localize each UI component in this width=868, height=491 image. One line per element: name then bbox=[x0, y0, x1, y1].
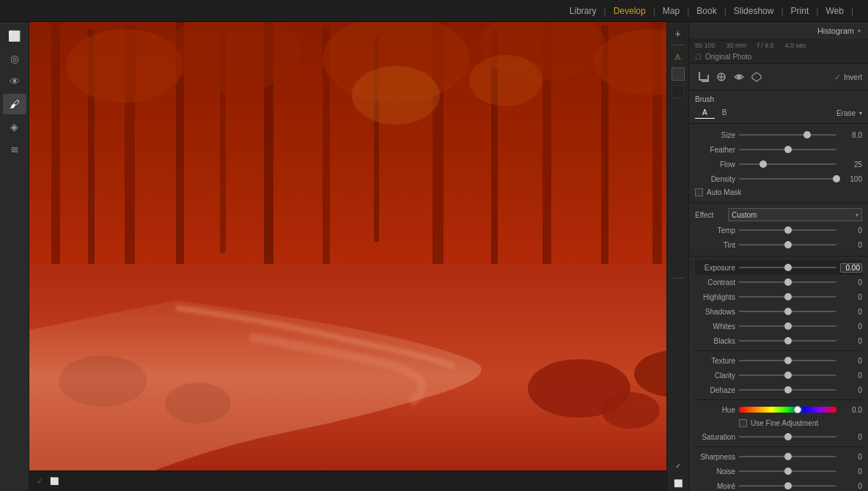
flow-value: 25 bbox=[840, 160, 862, 169]
mini-view-btn2[interactable] bbox=[672, 85, 685, 98]
mini-x[interactable]: ⬜ bbox=[670, 475, 686, 491]
highlights-value: 0 bbox=[840, 293, 862, 301]
brush-tab-b[interactable]: B bbox=[715, 107, 735, 119]
meta-shutter: 4.0 sec bbox=[785, 42, 806, 49]
whites-slider[interactable] bbox=[739, 321, 836, 331]
nav-develop[interactable]: Develop bbox=[608, 4, 652, 18]
mini-view-btn[interactable] bbox=[672, 67, 685, 81]
brush-tabs: A B Erase ▾ bbox=[695, 107, 862, 119]
tint-row: Tint 0 bbox=[695, 237, 862, 252]
exposure-row: Exposure 0.00 bbox=[695, 260, 862, 275]
tool-redeye[interactable]: 👁 bbox=[3, 71, 26, 92]
exposure-value[interactable]: 0.00 bbox=[840, 263, 862, 273]
highlights-row: Highlights 0 bbox=[695, 289, 862, 304]
histogram-chevron[interactable]: ▾ bbox=[858, 28, 861, 34]
photo-checkbox[interactable]: ☐ bbox=[695, 53, 702, 61]
size-value: 8.0 bbox=[840, 131, 862, 139]
moire-row: Moiré 0 bbox=[695, 479, 862, 491]
tool-mask-btn[interactable] bbox=[748, 68, 765, 86]
temp-slider[interactable] bbox=[739, 225, 836, 235]
left-toolbar: ⬜ ◎ 👁 🖌 ◈ ≋ bbox=[0, 22, 29, 491]
tool-spot[interactable]: ◎ bbox=[3, 48, 26, 69]
zoom-control[interactable]: ⬜ bbox=[50, 477, 59, 485]
contrast-slider[interactable] bbox=[739, 277, 836, 287]
effect-row: Effect Custom ▾ bbox=[695, 207, 862, 223]
tool-crop-btn[interactable] bbox=[695, 68, 713, 86]
clarity-label: Clarity bbox=[695, 372, 735, 380]
clarity-slider[interactable] bbox=[739, 370, 836, 380]
effect-dropdown[interactable]: Custom ▾ bbox=[728, 208, 862, 221]
hue-value: 0.0 bbox=[840, 406, 862, 414]
density-slider[interactable] bbox=[739, 174, 836, 184]
highlights-label: Highlights bbox=[695, 293, 735, 301]
brush-erase-arrow[interactable]: ▾ bbox=[859, 110, 862, 117]
tool-range[interactable]: ≋ bbox=[3, 139, 26, 160]
mini-plus[interactable]: + bbox=[670, 26, 686, 42]
sharpness-slider[interactable] bbox=[739, 451, 836, 462]
nav-sep-5: | bbox=[781, 6, 783, 16]
saturation-slider[interactable] bbox=[739, 432, 836, 442]
tool-spot-btn[interactable] bbox=[713, 68, 730, 86]
dehaze-slider[interactable] bbox=[739, 385, 836, 395]
brush-erase-label[interactable]: Erase bbox=[836, 109, 856, 117]
mini-check[interactable]: ✓ bbox=[670, 457, 686, 473]
shadows-row: Shadows 0 bbox=[695, 304, 862, 319]
invert-label[interactable]: Invert bbox=[844, 73, 862, 81]
texture-slider[interactable] bbox=[739, 355, 836, 366]
brush-erase-section: Erase ▾ bbox=[836, 109, 862, 117]
effect-arrow: ▾ bbox=[856, 212, 858, 218]
dehaze-value: 0 bbox=[840, 386, 862, 394]
density-label: Density bbox=[695, 175, 735, 183]
divider-2 bbox=[695, 399, 862, 400]
moire-slider[interactable] bbox=[739, 481, 836, 491]
noise-label: Noise bbox=[695, 468, 735, 476]
image-panel: ✓ ⬜ bbox=[29, 22, 666, 491]
nav-slideshow[interactable]: Slideshow bbox=[728, 4, 780, 18]
density-value: 100 bbox=[840, 175, 862, 183]
nav-book[interactable]: Book bbox=[691, 4, 722, 18]
brush-tab-a[interactable]: A bbox=[695, 107, 715, 119]
histogram-meta: 50 100 30 mm f / 9.5 4.0 sec bbox=[689, 40, 868, 51]
tool-crop[interactable]: ⬜ bbox=[3, 26, 26, 46]
shadows-label: Shadows bbox=[695, 308, 735, 316]
feather-slider[interactable] bbox=[739, 144, 836, 155]
histogram-header: Histogram ▾ bbox=[689, 22, 868, 40]
nav-web[interactable]: Web bbox=[820, 4, 849, 18]
nav-sep-1: | bbox=[604, 6, 606, 16]
nav-map[interactable]: Map bbox=[657, 4, 685, 18]
highlights-slider[interactable] bbox=[739, 292, 836, 302]
density-row: Density 100 bbox=[695, 171, 862, 186]
tool-redeye-btn[interactable] bbox=[730, 68, 748, 86]
tool-filter[interactable]: ◈ bbox=[3, 117, 26, 137]
shadows-slider[interactable] bbox=[739, 306, 836, 317]
tool-brush[interactable]: 🖌 bbox=[3, 94, 26, 114]
moire-label: Moiré bbox=[695, 482, 735, 490]
nav-library[interactable]: Library bbox=[564, 4, 603, 18]
effect-value: Custom bbox=[732, 211, 757, 219]
divider-3 bbox=[695, 446, 862, 447]
hue-slider[interactable] bbox=[739, 405, 836, 415]
noise-slider[interactable] bbox=[739, 466, 836, 476]
zoom-level: ✓ bbox=[37, 477, 43, 485]
blacks-slider[interactable] bbox=[739, 336, 836, 346]
original-photo-bar: ☐ Original Photo bbox=[689, 51, 868, 64]
temp-label: Temp bbox=[695, 226, 735, 235]
auto-mask-label: Auto Mask bbox=[707, 188, 741, 196]
fine-adj-checkbox[interactable] bbox=[739, 419, 747, 427]
auto-mask-checkbox[interactable] bbox=[695, 188, 703, 196]
nav-sep-2: | bbox=[653, 6, 655, 16]
temp-row: Temp 0 bbox=[695, 223, 862, 237]
nav-print[interactable]: Print bbox=[785, 4, 815, 18]
exposure-slider[interactable] bbox=[739, 262, 836, 273]
meta-mm: 30 mm bbox=[727, 42, 747, 49]
contrast-value: 0 bbox=[840, 278, 862, 287]
size-slider[interactable] bbox=[739, 130, 836, 140]
flow-slider[interactable] bbox=[739, 159, 836, 169]
dehaze-row: Dehaze 0 bbox=[695, 383, 862, 397]
svg-point-32 bbox=[738, 75, 741, 79]
tint-slider[interactable] bbox=[739, 240, 836, 250]
brush-sliders: Size 8.0 Feather Fl bbox=[689, 124, 868, 203]
nav-sep-6: | bbox=[816, 6, 818, 16]
blacks-label: Blacks bbox=[695, 337, 735, 345]
blacks-value: 0 bbox=[840, 337, 862, 345]
